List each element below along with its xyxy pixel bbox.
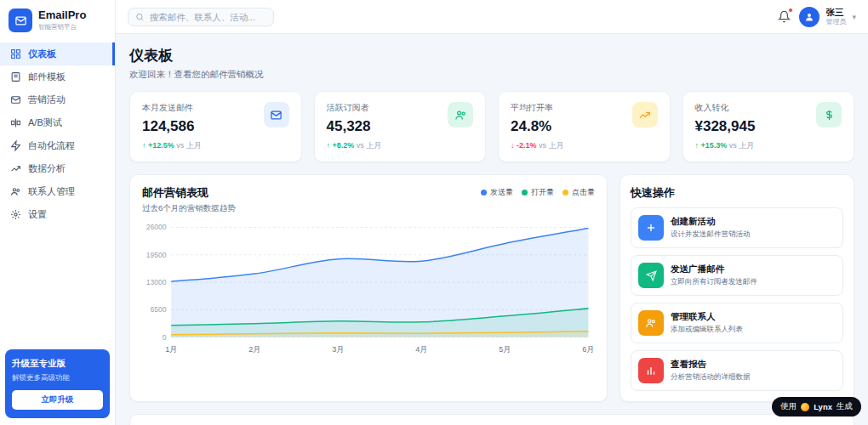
upgrade-button[interactable]: 立即升级	[12, 390, 103, 410]
action-send-broadcast[interactable]: 发送广播邮件 立即向所有订阅者发送邮件	[631, 255, 843, 296]
sidebar-item-label: A/B测试	[28, 116, 62, 129]
stat-card-sent: 本月发送邮件 124,586 ↑ +12.5% vs 上月	[129, 91, 302, 162]
gear-icon	[10, 209, 21, 220]
sidebar-item-contacts[interactable]: 联系人管理	[0, 180, 115, 203]
svg-text:6月: 6月	[582, 345, 594, 354]
upgrade-card: 升级至专业版 解锁更多高级功能 立即升级	[5, 349, 110, 418]
performance-chart: 065001300019500260001月2月3月4月5月6月	[142, 219, 595, 358]
mail-icon	[264, 102, 289, 128]
svg-text:4月: 4月	[415, 345, 427, 354]
sidebar-nav: 仪表板 邮件模板 营销活动 A/B测试 自动化流程 数据分析	[0, 42, 115, 226]
sidebar-item-label: 邮件模板	[28, 71, 66, 83]
performance-card: 邮件营销表现 过去6个月的营销数据趋势 发送量打开量点击量 0650013000…	[129, 174, 608, 402]
person-icon	[804, 12, 814, 22]
chevron-down-icon: ▾	[852, 13, 856, 21]
quick-actions-title: 快速操作	[631, 185, 843, 201]
stat-value: 24.8%	[511, 118, 564, 135]
envelope-icon	[10, 94, 21, 105]
stat-label: 活跃订阅者	[327, 102, 382, 114]
app-logo-mail-icon	[9, 8, 32, 32]
svg-text:26000: 26000	[146, 223, 167, 231]
upgrade-desc: 解锁更多高级功能	[12, 373, 103, 383]
sidebar-item-label: 设置	[28, 208, 47, 221]
dollar-icon	[816, 102, 842, 128]
sidebar-item-analytics[interactable]: 数据分析	[0, 157, 115, 180]
quick-actions-panel: 快速操作 创建新活动 设计并发送邮件营销活动 发送广播邮件 立即向所有订阅者发送…	[620, 174, 854, 402]
stat-value: 124,586	[142, 118, 202, 135]
chart-title: 邮件营销表现	[142, 185, 236, 201]
stat-card-revenue: 收入转化 ¥328,945 ↑ +15.3% vs 上月	[682, 91, 855, 162]
stat-label: 收入转化	[695, 102, 756, 114]
trending-up-icon	[632, 102, 658, 128]
sidebar-item-ab-test[interactable]: A/B测试	[0, 111, 115, 134]
sidebar-item-templates[interactable]: 邮件模板	[0, 65, 115, 88]
avatar	[799, 7, 819, 27]
send-icon	[638, 263, 664, 288]
stat-label: 平均打开率	[511, 102, 564, 114]
app-name: EmailPro	[38, 9, 86, 22]
svg-text:0: 0	[163, 333, 167, 342]
plus-icon	[638, 215, 664, 241]
sidebar: EmailPro 智能营销平台 仪表板 邮件模板 营销活动 A/B测试	[0, 0, 116, 425]
sidebar-item-label: 自动化流程	[28, 139, 75, 152]
action-manage-contacts[interactable]: 管理联系人 添加或编辑联系人列表	[631, 303, 843, 343]
sidebar-item-settings[interactable]: 设置	[0, 203, 115, 226]
notifications-button[interactable]	[778, 10, 791, 23]
sidebar-item-dashboard[interactable]: 仪表板	[0, 42, 115, 65]
user-role: 管理员	[825, 17, 846, 26]
trend-up-icon: ↑	[695, 141, 700, 150]
stats-row: 本月发送邮件 124,586 ↑ +12.5% vs 上月 活跃订阅者 45,3…	[129, 91, 854, 162]
sidebar-item-automation[interactable]: 自动化流程	[0, 134, 115, 157]
sidebar-item-label: 营销活动	[28, 94, 66, 106]
trend-up-icon: ↑	[142, 141, 146, 150]
svg-text:19500: 19500	[146, 251, 167, 259]
search-box	[128, 8, 274, 26]
app-tagline: 智能营销平台	[38, 23, 86, 31]
topbar: 张三 管理员 ▾	[116, 0, 868, 34]
svg-text:5月: 5月	[499, 345, 511, 354]
dashboard-icon	[10, 48, 21, 60]
sidebar-item-label: 仪表板	[28, 48, 56, 60]
svg-text:2月: 2月	[248, 345, 260, 354]
svg-text:1月: 1月	[165, 345, 177, 354]
chart-legend: 发送量打开量点击量	[481, 185, 595, 198]
stat-card-subscribers: 活跃订阅者 45,328 ↑ +8.2% vs 上月	[314, 91, 487, 162]
chart-subtitle: 过去6个月的营销数据趋势	[142, 203, 236, 214]
svg-text:3月: 3月	[332, 345, 344, 354]
legend-item: 点击量	[562, 187, 595, 198]
user-name: 张三	[825, 7, 846, 17]
zap-icon	[10, 140, 21, 151]
action-create-campaign[interactable]: 创建新活动 设计并发送邮件营销活动	[631, 207, 843, 248]
sidebar-item-campaigns[interactable]: 营销活动	[0, 88, 115, 111]
stat-label: 本月发送邮件	[142, 102, 202, 114]
user-menu[interactable]: 张三 管理员 ▾	[799, 7, 856, 27]
page-subtitle: 欢迎回来！查看您的邮件营销概况	[129, 69, 854, 81]
lynx-logo-icon	[801, 403, 809, 411]
users-icon	[448, 102, 473, 128]
lynx-badge[interactable]: 使用 Lynx 生成	[772, 397, 861, 416]
search-input[interactable]	[150, 12, 266, 22]
users-icon	[10, 186, 21, 197]
trend-down-icon: ↓	[511, 141, 515, 150]
content: 仪表板 欢迎回来！查看您的邮件营销概况 本月发送邮件 124,586 ↑ +12…	[116, 34, 868, 425]
trending-up-icon	[10, 163, 21, 174]
stat-value: 45,328	[327, 118, 382, 135]
action-view-reports[interactable]: 查看报告 分析营销活动的详细数据	[631, 350, 843, 391]
stat-card-open-rate: 平均打开率 24.8% ↓ -2.1% vs 上月	[498, 91, 671, 162]
brand: EmailPro 智能营销平台	[0, 8, 115, 42]
svg-text:13000: 13000	[146, 278, 167, 286]
app-root: EmailPro 智能营销平台 仪表板 邮件模板 营销活动 A/B测试	[0, 0, 868, 425]
notification-dot	[788, 8, 793, 13]
sidebar-item-label: 联系人管理	[28, 185, 75, 198]
recent-campaigns-card: 最近营销活动 查看您最新的邮件营销活动表现 查看全部 活动名称 状态 发送量 打…	[129, 414, 854, 425]
svg-text:6500: 6500	[151, 305, 167, 314]
trend-up-icon: ↑	[327, 141, 331, 150]
templates-icon	[10, 71, 21, 82]
users-icon	[638, 310, 664, 336]
main-area: 张三 管理员 ▾ 仪表板 欢迎回来！查看您的邮件营销概况 本月发送邮件 124,…	[116, 0, 868, 425]
upgrade-title: 升级至专业版	[12, 358, 103, 370]
bar-chart-icon	[638, 358, 664, 383]
legend-item: 发送量	[481, 187, 513, 198]
sidebar-item-label: 数据分析	[28, 162, 66, 175]
page-title: 仪表板	[129, 46, 854, 65]
